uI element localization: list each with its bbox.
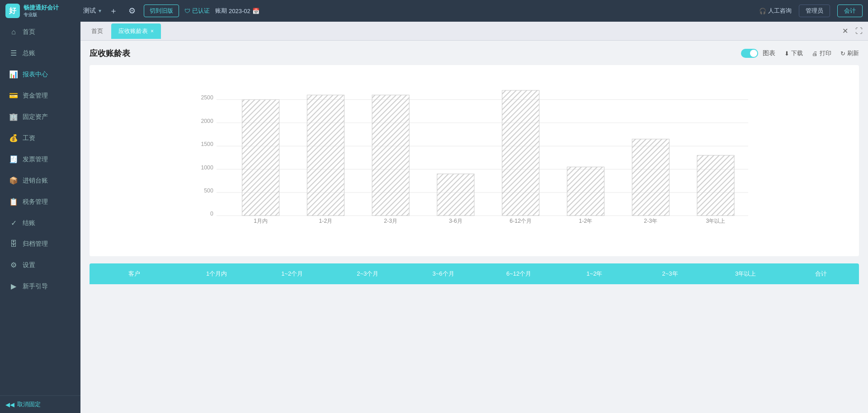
cancel-fixed-button[interactable]: ◀◀ 取消固定 — [0, 395, 80, 413]
title-actions: 图表 ⬇ 下载 🖨 打印 ↻ 刷新 — [741, 49, 859, 58]
sidebar-item-capital[interactable]: 💳 资金管理 — [0, 85, 80, 106]
chart-toggle-label: 图表 — [763, 49, 775, 57]
cancel-fixed-label: 取消固定 — [17, 400, 41, 408]
certified-badge: 🛡 已认证 — [184, 7, 210, 15]
content-area: 首页 应收账龄表 × ✕ ⛶ 应收账龄表 — [80, 22, 868, 413]
svg-text:2-3月: 2-3月 — [384, 218, 397, 224]
old-version-button[interactable]: 切到旧版 — [144, 5, 179, 17]
reports-icon: 📊 — [9, 70, 18, 79]
th-customer: 客户 — [90, 263, 179, 284]
period-label: 账期 — [215, 7, 227, 15]
bar-1 — [242, 99, 279, 216]
logo-main: 畅捷通好会计 — [24, 4, 59, 12]
page-title: 应收账龄表 — [90, 48, 130, 59]
logo-icon: 好 — [5, 4, 20, 18]
bar-7 — [632, 139, 669, 216]
refresh-label: 刷新 — [847, 49, 859, 57]
top-header: 好 畅捷通好会计 专业版 测试 ▾ ＋ ⚙ 切到旧版 🛡 已认证 账期 2023… — [0, 0, 868, 22]
consult-button[interactable]: 🎧 人工咨询 — [759, 7, 792, 15]
page-title-bar: 应收账龄表 图表 ⬇ 下载 🖨 打印 — [90, 48, 859, 59]
add-button[interactable]: ＋ — [107, 4, 120, 18]
bar-8 — [697, 155, 734, 216]
sidebar-label-ledger: 总账 — [23, 49, 35, 57]
svg-text:1500: 1500 — [201, 141, 213, 147]
sidebar-label-archive: 归档管理 — [23, 240, 48, 248]
sidebar-item-tax[interactable]: 📋 税务管理 — [0, 191, 80, 212]
download-label: 下载 — [791, 49, 803, 57]
th-2-3year: 2~3年 — [632, 263, 708, 284]
download-button[interactable]: ⬇ 下载 — [784, 49, 803, 57]
svg-text:1月内: 1月内 — [254, 218, 268, 224]
tab-right-buttons: ✕ ⛶ — [840, 25, 864, 37]
svg-text:1-2年: 1-2年 — [579, 218, 593, 224]
print-label: 打印 — [820, 49, 831, 57]
pin-icon: ◀◀ — [5, 401, 14, 408]
sidebar-label-home: 首页 — [23, 28, 35, 36]
th-3-6month: 3~6个月 — [406, 263, 481, 284]
sidebar-item-home[interactable]: ⌂ 首页 — [0, 22, 80, 42]
data-table-header: 客户 1个月内 1~2个月 2~3个月 3~6个月 6~12个月 1~2年 2~… — [90, 263, 859, 284]
refresh-button[interactable]: ↻ 刷新 — [840, 49, 859, 57]
sidebar-label-tax: 税务管理 — [23, 198, 48, 206]
sidebar-item-assets[interactable]: 🏢 固定资产 — [0, 106, 80, 127]
accounting-button[interactable]: 会计 — [837, 5, 863, 17]
svg-text:0: 0 — [210, 211, 213, 217]
tab-home-label: 首页 — [91, 27, 103, 35]
closing-icon: ✓ — [9, 219, 18, 227]
expand-button[interactable]: ⛶ — [854, 25, 864, 37]
salary-icon: 💰 — [9, 134, 18, 142]
home-icon: ⌂ — [9, 28, 18, 36]
guide-icon: ▶ — [9, 282, 18, 291]
svg-text:1000: 1000 — [201, 164, 213, 171]
tab-ar-aging[interactable]: 应收账龄表 × — [111, 23, 161, 39]
archive-icon: 🗄 — [9, 240, 18, 248]
calendar-icon[interactable]: 📅 — [252, 8, 259, 14]
sidebar-item-salary[interactable]: 💰 工资 — [0, 127, 80, 149]
chart-svg-wrapper: 0 500 1000 1500 2000 2500 — [99, 74, 850, 247]
svg-text:2-3年: 2-3年 — [644, 218, 657, 224]
sidebar-item-inventory[interactable]: 📦 进销台账 — [0, 170, 80, 191]
th-1-2month: 1~2个月 — [255, 263, 330, 284]
sidebar-label-settings: 设置 — [23, 261, 35, 269]
assets-icon: 🏢 — [9, 113, 18, 121]
capital-icon: 💳 — [9, 91, 18, 100]
sidebar-item-ledger[interactable]: ☰ 总账 — [0, 42, 80, 64]
close-window-button[interactable]: ✕ — [840, 25, 850, 37]
tab-close-icon[interactable]: × — [151, 28, 154, 34]
admin-button[interactable]: 管理员 — [799, 5, 830, 17]
logo-sub: 专业版 — [24, 12, 59, 18]
svg-text:1-2月: 1-2月 — [319, 218, 332, 224]
svg-text:2500: 2500 — [201, 94, 213, 101]
chart-toggle[interactable]: 图表 — [741, 49, 775, 58]
sidebar-item-guide[interactable]: ▶ 新手引导 — [0, 276, 80, 297]
tab-bar: 首页 应收账龄表 × ✕ ⛶ — [80, 22, 868, 41]
svg-text:3年以上: 3年以上 — [706, 218, 726, 224]
chevron-down-icon: ▾ — [99, 8, 101, 14]
sidebar-item-closing[interactable]: ✓ 结账 — [0, 212, 80, 234]
th-3year-plus: 3年以上 — [708, 263, 783, 284]
tab-home[interactable]: 首页 — [84, 23, 110, 39]
main-layout: ⌂ 首页 ☰ 总账 📊 报表中心 💳 资金管理 🏢 固定资产 💰 工资 🧾 发票… — [0, 22, 868, 413]
switch-knob — [750, 50, 757, 57]
settings-icon[interactable]: ⚙ — [126, 4, 138, 18]
sidebar-label-inventory: 进销台账 — [23, 177, 48, 185]
settings-sidebar-icon: ⚙ — [9, 261, 18, 269]
project-selector[interactable]: 测试 ▾ — [83, 7, 101, 15]
sidebar-label-salary: 工资 — [23, 134, 35, 142]
sidebar-item-settings[interactable]: ⚙ 设置 — [0, 254, 80, 276]
switch-track[interactable] — [741, 49, 758, 58]
bar-3 — [372, 95, 409, 216]
print-button[interactable]: 🖨 打印 — [812, 49, 831, 57]
logo-area: 好 畅捷通好会计 专业版 — [5, 4, 78, 18]
bar-2 — [307, 95, 344, 216]
bar-5 — [502, 90, 539, 216]
sidebar-item-reports[interactable]: 📊 报表中心 — [0, 64, 80, 85]
sidebar-item-archive[interactable]: 🗄 归档管理 — [0, 234, 80, 254]
bar-chart: 0 500 1000 1500 2000 2500 — [99, 74, 850, 246]
project-name: 测试 — [83, 7, 96, 15]
sidebar-item-invoice[interactable]: 🧾 发票管理 — [0, 149, 80, 170]
ledger-icon: ☰ — [9, 49, 18, 57]
inventory-icon: 📦 — [9, 176, 18, 185]
headset-icon: 🎧 — [759, 8, 766, 14]
th-total: 合计 — [783, 263, 859, 284]
